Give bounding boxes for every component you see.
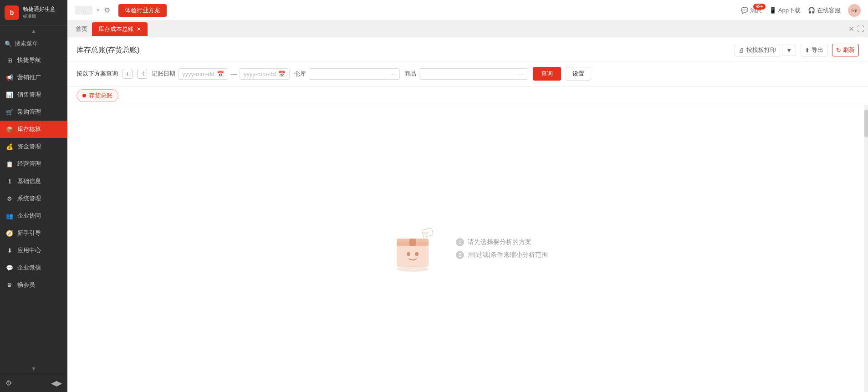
print-btn-group: 🖨 按模板打印 ▼ <box>735 44 796 56</box>
date-end-input[interactable]: yyyy-mm-dd 📅 <box>240 68 290 80</box>
sidebar-item-system[interactable]: ⚙ 系统管理 <box>0 190 67 207</box>
sidebar-item-capital[interactable]: 💰 资金管理 <box>0 138 67 155</box>
user-avatar[interactable]: Rit <box>848 4 861 17</box>
active-tab-label: 库存成本总账 <box>98 25 134 33</box>
panel-close-icon[interactable]: ✕ <box>848 25 854 33</box>
sidebar-item-label: 基础信息 <box>17 177 41 185</box>
trial-button[interactable]: 体验行业方案 <box>118 4 167 17</box>
sidebar-item-basic[interactable]: ℹ 基础信息 <box>0 173 67 190</box>
megaphone-icon: 📢 <box>5 73 14 81</box>
product-input[interactable]: ··· <box>419 68 528 80</box>
sidebar-footer: ⚙ ◀▶ <box>0 374 67 392</box>
app-name: 畅捷通好生意 <box>23 6 56 13</box>
sidebar-item-label: 销售管理 <box>17 91 41 99</box>
refresh-button[interactable]: ↻ 刷新 <box>832 44 859 56</box>
sidebar-item-sales[interactable]: 📊 销售管理 <box>0 86 67 103</box>
support-button[interactable]: 🎧 在线客服 <box>808 6 841 15</box>
tab-home[interactable]: 首页 <box>71 22 92 36</box>
sidebar-item-label: 畅会员 <box>17 281 35 289</box>
empty-illustration <box>388 221 442 276</box>
sidebar-item-purchase[interactable]: 🛒 采购管理 <box>0 103 67 121</box>
member-icon: ♛ <box>5 281 14 289</box>
main-content: ... ▼ ⚙ 体验行业方案 💬 消息 99+ 📱 App下载 🎧 在线客服 R… <box>67 0 868 392</box>
calendar-icon-start: 📅 <box>217 71 224 77</box>
tip-num-2: 2 <box>456 251 464 259</box>
filter-collapse-button[interactable]: 《 <box>137 69 147 79</box>
query-button[interactable]: 查询 <box>533 67 561 81</box>
warehouse-more-icon: ··· <box>390 71 395 77</box>
scheme-bar: 存货总账 <box>67 87 868 105</box>
message-icon: 💬 <box>741 7 748 14</box>
tab-inventory-ledger[interactable]: 库存成本总账 ✕ <box>92 22 148 36</box>
scroll-up-arrow[interactable]: ▲ <box>0 26 67 36</box>
sidebar-item-marketing[interactable]: 📢 营销推广 <box>0 69 67 86</box>
tab-bar: 首页 库存成本总账 ✕ ✕ ⛶ <box>67 21 868 37</box>
warehouse-filter-group: 仓库 ··· <box>294 68 400 80</box>
sidebar-search[interactable]: 🔍 搜索菜单 <box>0 36 67 51</box>
right-scrollbar[interactable] <box>864 105 868 392</box>
sidebar-item-inventory[interactable]: 📦 库存核算 <box>0 121 67 138</box>
empty-state: 1 请先选择要分析的方案 2 用[过滤]条件来缩小分析范围 <box>388 221 548 276</box>
header-settings-icon[interactable]: ⚙ <box>104 6 110 15</box>
scrollbar-thumb[interactable] <box>864 110 868 137</box>
sidebar-item-label: 营销推广 <box>17 73 41 81</box>
settings-footer-icon[interactable]: ⚙ <box>5 379 12 387</box>
appstore-icon: ⬇ <box>5 246 14 255</box>
page-actions: 🖨 按模板打印 ▼ ⬆ 导出 ↻ 刷新 <box>735 44 859 56</box>
breadcrumb: ... ▼ ⚙ 体验行业方案 <box>75 4 741 17</box>
refresh-icon: ↻ <box>836 47 841 54</box>
sidebar-item-label: 企业协同 <box>17 212 41 220</box>
sidebar-item-enterprise[interactable]: 👥 企业协同 <box>0 207 67 224</box>
svg-rect-2 <box>409 239 416 246</box>
chart-icon: 📊 <box>5 91 14 99</box>
filter-settings-button[interactable]: 设置 <box>566 67 591 81</box>
empty-svg <box>388 221 442 276</box>
scheme-dot <box>82 94 86 97</box>
sidebar-item-label: 快捷导航 <box>17 56 41 64</box>
breadcrumb-text[interactable]: ... <box>75 6 92 15</box>
scheme-item[interactable]: 存货总账 <box>77 89 118 102</box>
search-icon: 🔍 <box>5 41 12 47</box>
header-right: 💬 消息 99+ 📱 App下载 🎧 在线客服 Rit <box>741 4 861 17</box>
print-button[interactable]: 🖨 按模板打印 <box>735 44 780 56</box>
sidebar-item-label: 库存核算 <box>17 125 41 133</box>
product-filter-group: 商品 ··· <box>404 68 528 80</box>
export-button[interactable]: ⬆ 导出 <box>801 44 827 56</box>
money-icon: 💰 <box>5 143 14 151</box>
print-dropdown-btn[interactable]: ▼ <box>782 45 796 56</box>
warehouse-input[interactable]: ··· <box>309 68 400 80</box>
export-icon: ⬆ <box>805 47 810 54</box>
scheme-label: 存货总账 <box>89 92 112 100</box>
collapse-icon[interactable]: ◀▶ <box>51 379 62 387</box>
svg-point-3 <box>407 252 410 256</box>
panel-expand-icon[interactable]: ⛶ <box>857 25 864 33</box>
date-start-placeholder: yyyy-mm-dd <box>182 71 214 77</box>
app-logo: b 畅捷通好生意 标准版 <box>0 0 67 26</box>
box-icon: 📦 <box>5 125 14 133</box>
team-icon: 👥 <box>5 212 14 220</box>
date-end-placeholder: yyyy-mm-dd <box>244 71 276 77</box>
date-label: 记账日期 <box>152 70 175 78</box>
filter-bar: 按以下方案查询 + 《 记账日期 yyyy-mm-dd 📅 — yyyy-mm-… <box>67 61 868 87</box>
sidebar-item-quick-nav[interactable]: ⊞ 快捷导航 <box>0 51 67 69</box>
svg-point-4 <box>415 252 419 256</box>
date-start-input[interactable]: yyyy-mm-dd 📅 <box>178 68 228 80</box>
scroll-down-arrow[interactable]: ▼ <box>0 364 67 374</box>
app-download-button[interactable]: 📱 App下载 <box>769 6 801 15</box>
report-icon: 📋 <box>5 160 14 168</box>
sidebar-item-guide[interactable]: 🧭 新手引导 <box>0 224 67 242</box>
warehouse-label: 仓库 <box>294 70 306 78</box>
cart-icon: 🛒 <box>5 108 14 116</box>
sidebar-item-label: 经营管理 <box>17 160 41 168</box>
tip-text-2: 用[过滤]条件来缩小分析范围 <box>468 251 548 259</box>
tab-close-icon[interactable]: ✕ <box>137 26 141 32</box>
sidebar-item-operation[interactable]: 📋 经营管理 <box>0 155 67 173</box>
filter-add-button[interactable]: + <box>123 69 133 79</box>
messages-button[interactable]: 💬 消息 99+ <box>741 6 762 15</box>
wechat-icon: 💬 <box>5 264 14 272</box>
sidebar-item-member[interactable]: ♛ 畅会员 <box>0 276 67 294</box>
sidebar-item-appstore[interactable]: ⬇ 应用中心 <box>0 242 67 259</box>
sidebar-item-wechat[interactable]: 💬 企业微信 <box>0 259 67 276</box>
date-separator: — <box>231 71 237 77</box>
phone-icon: 📱 <box>769 7 776 14</box>
